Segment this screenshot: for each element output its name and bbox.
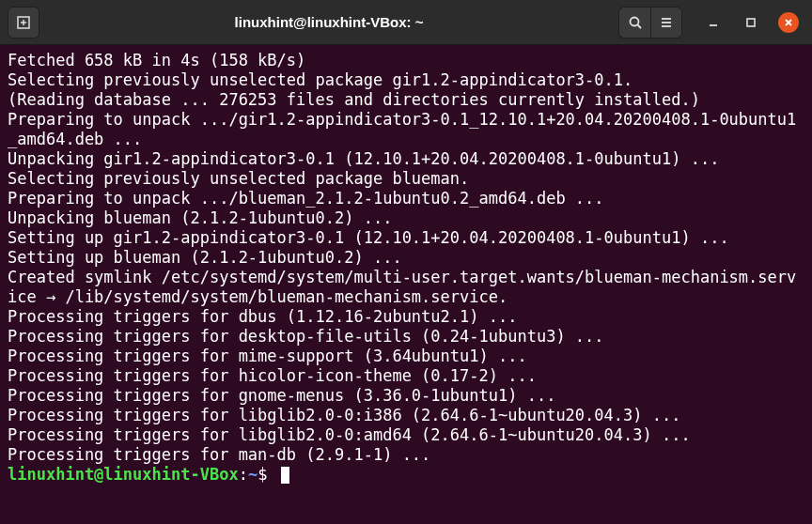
menu-button[interactable] bbox=[650, 7, 682, 39]
maximize-icon bbox=[745, 17, 757, 28]
close-icon bbox=[783, 17, 794, 28]
titlebar-left bbox=[8, 7, 39, 39]
prompt-path: ~ bbox=[248, 465, 258, 484]
new-tab-button[interactable] bbox=[8, 7, 39, 39]
terminal-body[interactable]: Fetched 658 kB in 4s (158 kB/s) Selectin… bbox=[0, 45, 812, 524]
svg-point-3 bbox=[630, 17, 638, 25]
svg-rect-9 bbox=[747, 19, 755, 26]
close-button[interactable] bbox=[778, 12, 799, 33]
window-controls bbox=[697, 12, 804, 33]
cursor bbox=[281, 467, 289, 484]
new-tab-icon bbox=[16, 15, 31, 30]
minimize-icon bbox=[708, 17, 719, 28]
hamburger-icon bbox=[659, 15, 674, 30]
titlebar: linuxhint@linuxhint-VBox: ~ bbox=[0, 0, 812, 45]
titlebar-button-group bbox=[618, 7, 682, 39]
titlebar-right bbox=[618, 7, 804, 39]
terminal-window: linuxhint@linuxhint-VBox: ~ bbox=[0, 0, 812, 524]
prompt-dollar: $ bbox=[258, 465, 267, 484]
maximize-button[interactable] bbox=[741, 12, 761, 33]
terminal-output: Fetched 658 kB in 4s (158 kB/s) Selectin… bbox=[8, 51, 796, 464]
minimize-button[interactable] bbox=[703, 12, 724, 33]
search-button[interactable] bbox=[618, 7, 650, 39]
prompt-colon: : bbox=[239, 465, 248, 484]
prompt-user-host: linuxhint@linuxhint-VBox bbox=[8, 465, 239, 484]
window-title: linuxhint@linuxhint-VBox: ~ bbox=[39, 14, 618, 30]
svg-line-4 bbox=[637, 24, 641, 28]
search-icon bbox=[628, 15, 643, 30]
